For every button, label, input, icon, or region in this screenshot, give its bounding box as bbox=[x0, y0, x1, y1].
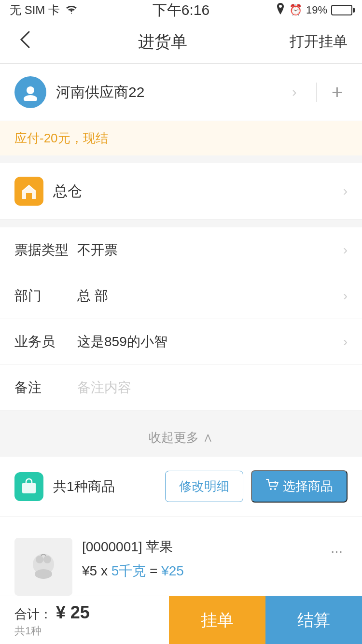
page-title: 进货单 bbox=[138, 31, 187, 53]
open-pending-button[interactable]: 打开挂单 bbox=[290, 32, 348, 52]
form-section: 票据类型 不开票 › 部门 总 部 › 业务员 这是859的小智 › 备注 备注… bbox=[0, 227, 362, 411]
divider bbox=[316, 83, 317, 102]
status-right: ⏰ 19% bbox=[276, 3, 352, 17]
salesperson-label: 业务员 bbox=[14, 333, 77, 351]
warehouse-row[interactable]: 总仓 › bbox=[0, 163, 362, 220]
equals: = bbox=[150, 563, 161, 578]
status-bar: 无 SIM 卡 下午6:16 ⏰ 19% bbox=[0, 0, 362, 20]
products-section: 共1种商品 修改明细 选择商品 bbox=[0, 457, 362, 610]
svg-point-5 bbox=[274, 488, 276, 490]
supplier-chevron-icon: › bbox=[292, 84, 296, 100]
select-product-label: 选择商品 bbox=[283, 478, 333, 495]
total-amount: ¥ 25 bbox=[56, 602, 90, 622]
products-header: 共1种商品 修改明细 选择商品 bbox=[0, 457, 362, 517]
wifi-icon bbox=[65, 3, 78, 17]
product-title: 苹果 bbox=[146, 539, 173, 554]
pending-button[interactable]: 挂单 bbox=[169, 596, 265, 644]
checkout-button[interactable]: 结算 bbox=[265, 596, 362, 644]
bottom-bar: 合计： ¥ 25 共1种 挂单 结算 bbox=[0, 596, 362, 644]
battery-icon bbox=[331, 5, 352, 15]
department-label: 部门 bbox=[14, 287, 77, 305]
salesperson-value: 这是859的小智 bbox=[77, 333, 343, 351]
svg-rect-3 bbox=[22, 483, 36, 493]
remark-row[interactable]: 备注 备注内容 bbox=[0, 365, 362, 411]
remark-label: 备注 bbox=[14, 378, 77, 397]
nav-bar: 进货单 打开挂单 bbox=[0, 20, 362, 64]
supplier-section: 河南供应商22 › + 应付-20元，现结 bbox=[0, 64, 362, 155]
invoice-type-row[interactable]: 票据类型 不开票 › bbox=[0, 227, 362, 273]
checkout-label: 结算 bbox=[297, 609, 330, 631]
product-info: [0000001] 苹果 ¥5 x 5千克 = ¥25 bbox=[82, 538, 326, 580]
department-value: 总 部 bbox=[77, 287, 343, 305]
products-icon-wrap bbox=[14, 472, 43, 501]
unit-price: ¥5 bbox=[82, 563, 97, 578]
location-icon bbox=[276, 3, 285, 17]
svg-rect-2 bbox=[26, 193, 32, 199]
collapse-bar[interactable]: 收起更多 ∧ bbox=[0, 419, 362, 457]
svg-point-8 bbox=[43, 556, 51, 563]
edit-detail-button[interactable]: 修改明细 bbox=[165, 471, 243, 502]
invoice-type-chevron-icon: › bbox=[343, 242, 348, 258]
product-name: [0000001] 苹果 bbox=[82, 538, 326, 556]
svg-point-9 bbox=[35, 569, 52, 579]
carrier-text: 无 SIM 卡 bbox=[10, 2, 60, 18]
total-count: 共1种 bbox=[14, 624, 154, 638]
total-section: 合计： ¥ 25 共1种 bbox=[0, 602, 169, 638]
invoice-type-value: 不开票 bbox=[77, 241, 343, 259]
cart-icon bbox=[265, 478, 279, 494]
quantity: 5千克 bbox=[111, 563, 146, 578]
back-button[interactable] bbox=[14, 25, 36, 58]
products-count: 共1种商品 bbox=[53, 477, 165, 496]
svg-point-0 bbox=[27, 86, 34, 94]
collapse-label: 收起更多 ∧ bbox=[149, 429, 213, 446]
battery-percent: 19% bbox=[306, 4, 327, 16]
add-supplier-button[interactable]: + bbox=[327, 82, 348, 103]
department-row[interactable]: 部门 总 部 › bbox=[0, 273, 362, 319]
supplier-row[interactable]: 河南供应商22 › + bbox=[0, 64, 362, 121]
notice-bar: 应付-20元，现结 bbox=[0, 121, 362, 155]
remark-input[interactable]: 备注内容 bbox=[77, 378, 348, 397]
warehouse-name: 总仓 bbox=[53, 182, 343, 201]
svg-point-7 bbox=[36, 556, 43, 563]
product-thumbnail bbox=[14, 538, 72, 596]
supplier-name: 河南供应商22 bbox=[56, 83, 292, 102]
invoice-type-label: 票据类型 bbox=[14, 241, 77, 259]
salesperson-chevron-icon: › bbox=[343, 334, 348, 350]
salesperson-row[interactable]: 业务员 这是859的小智 › bbox=[0, 319, 362, 365]
warehouse-chevron-icon: › bbox=[343, 183, 348, 199]
subtotal: ¥25 bbox=[161, 563, 184, 578]
svg-point-1 bbox=[24, 95, 37, 101]
warehouse-icon-wrap bbox=[14, 177, 43, 206]
product-price: ¥5 x 5千克 = ¥25 bbox=[82, 562, 326, 580]
select-product-button[interactable]: 选择商品 bbox=[251, 470, 348, 503]
product-code: [0000001] bbox=[82, 539, 142, 554]
supplier-avatar bbox=[14, 76, 46, 108]
warehouse-section: 总仓 › bbox=[0, 163, 362, 220]
department-chevron-icon: › bbox=[343, 288, 348, 304]
status-left: 无 SIM 卡 bbox=[10, 2, 78, 18]
status-time: 下午6:16 bbox=[153, 0, 209, 20]
pending-label: 挂单 bbox=[201, 609, 234, 631]
price-separator: x bbox=[101, 563, 111, 578]
alarm-icon: ⏰ bbox=[289, 4, 302, 16]
product-more-button[interactable]: ··· bbox=[326, 538, 348, 564]
svg-point-4 bbox=[270, 488, 272, 490]
total-label: 合计： bbox=[14, 607, 52, 621]
